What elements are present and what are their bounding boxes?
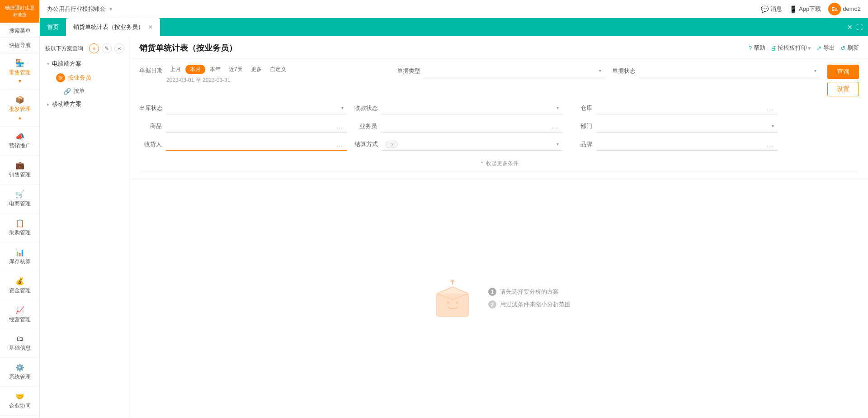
help-btn[interactable]: ? 帮助 bbox=[749, 44, 765, 52]
message-icon: 💬 bbox=[761, 5, 769, 13]
date-custom[interactable]: 自定义 bbox=[266, 65, 290, 74]
by-order-icon: 🔗 bbox=[63, 88, 71, 95]
app-logo: 畅捷通好生意 标准版 bbox=[0, 0, 39, 23]
order-type-input[interactable]: ▾ bbox=[424, 65, 605, 77]
export-icon: ↗ bbox=[816, 45, 821, 52]
collapse-button[interactable]: ⌃ 收起更多条件 bbox=[480, 160, 519, 167]
settlement-tag[interactable]: × bbox=[385, 141, 398, 148]
date-this-year[interactable]: 本年 bbox=[206, 65, 224, 74]
tab-sales-stat[interactable]: 销货单统计表（按业务员） ✕ bbox=[66, 18, 160, 36]
filter-stock-out: 出库状态 ▾ bbox=[139, 102, 347, 114]
sidebar-item-wholesale[interactable]: 📦 批发管理 ▴ bbox=[0, 90, 39, 127]
print-btn[interactable]: 🖨 按模板打印 ▾ bbox=[771, 44, 811, 52]
tree-by-salesperson[interactable]: 按 按业务员 bbox=[43, 71, 126, 85]
setting-button[interactable]: 设置 bbox=[827, 82, 859, 96]
date-7days[interactable]: 近7天 bbox=[225, 65, 246, 74]
tabbar: 首页 销货单统计表（按业务员） ✕ ✕ ⛶ bbox=[40, 18, 868, 36]
left-panel-header: 按以下方案查询 + ✎ « bbox=[40, 42, 130, 57]
department-input[interactable]: ▾ bbox=[596, 120, 778, 133]
app-download-btn[interactable]: 📱 App下载 bbox=[789, 5, 821, 13]
sidebar-item-ecommerce[interactable]: 🛒 电商管理 bbox=[0, 185, 39, 214]
order-status-label: 单据状态 bbox=[612, 67, 636, 75]
date-more[interactable]: 更多 bbox=[247, 65, 265, 74]
settlement-input[interactable]: × ▾ bbox=[382, 138, 562, 151]
salesperson-dots: … bbox=[551, 122, 559, 130]
consignee-label: 收货人 bbox=[139, 140, 162, 148]
sidebar-item-sales[interactable]: 💼 销售管理 bbox=[0, 156, 39, 185]
settlement-label: 结算方式 bbox=[354, 140, 378, 148]
svg-point-2 bbox=[456, 301, 458, 304]
sidebar-quick-nav[interactable]: 快捷导航 bbox=[0, 38, 39, 53]
filter-area: 单据日期 上月 本月 本年 近7天 更多 自定义 2023-03-01 至 20… bbox=[130, 58, 868, 178]
brand-label: 品牌 bbox=[570, 140, 592, 148]
warehouse-label: 仓库 bbox=[570, 104, 592, 112]
salesperson-input[interactable]: … bbox=[381, 120, 562, 133]
close-window-icon[interactable]: ✕ bbox=[847, 24, 853, 31]
salesperson-scheme-icon: 按 bbox=[56, 73, 65, 82]
logo-text: 畅捷通好生意 bbox=[5, 5, 35, 11]
date-label: 单据日期 bbox=[139, 65, 163, 75]
consignee-input[interactable]: … bbox=[165, 138, 347, 151]
expand-window-icon[interactable]: ⛶ bbox=[856, 24, 863, 31]
user-menu[interactable]: Ea demo2 bbox=[828, 3, 861, 15]
warehouse-input[interactable]: … bbox=[596, 102, 778, 114]
sidebar-item-finance[interactable]: 💰 资金管理 bbox=[0, 271, 39, 300]
print-icon: 🖨 bbox=[771, 45, 777, 52]
date-range: 2023-03-01 至 2023-03-31 bbox=[166, 76, 290, 84]
sidebar-item-system[interactable]: ⚙️ 系统管理 bbox=[0, 358, 39, 387]
operation-icon: 📈 bbox=[15, 306, 24, 314]
marketing-icon: 📣 bbox=[15, 132, 24, 141]
date-last-month[interactable]: 上月 bbox=[166, 65, 184, 74]
tree-desktop[interactable]: ▾ 电脑端方案 bbox=[43, 57, 126, 71]
salesperson-label: 业务员 bbox=[354, 122, 377, 130]
order-status-input[interactable]: ▾ bbox=[639, 65, 820, 77]
stock-out-input[interactable]: ▾ bbox=[166, 102, 347, 114]
sidebar-item-newbie[interactable]: 🎯 新手引导 bbox=[0, 416, 39, 418]
receipt-status-input[interactable]: ▾ bbox=[382, 102, 562, 114]
tab-controls: ✕ ⛶ bbox=[842, 24, 868, 31]
filter-row-4: 收货人 … 结算方式 × ▾ bbox=[139, 138, 859, 151]
topbar-dropdown-icon[interactable]: ▾ bbox=[109, 5, 113, 12]
edit-scheme-btn[interactable]: ✎ bbox=[102, 43, 112, 53]
settlement-arrow: ▾ bbox=[557, 142, 559, 147]
order-type-label: 单据类型 bbox=[397, 67, 420, 75]
tab-home[interactable]: 首页 bbox=[40, 18, 66, 36]
export-btn[interactable]: ↗ 导出 bbox=[816, 44, 835, 52]
stock-out-arrow: ▾ bbox=[341, 105, 344, 110]
product-label: 商品 bbox=[139, 122, 162, 130]
sidebar-item-marketing[interactable]: 📣 营销推广 bbox=[0, 127, 39, 156]
refresh-btn[interactable]: ↺ 刷新 bbox=[840, 44, 859, 52]
left-panel: 按以下方案查询 + ✎ « ▾ 电脑端方案 按 按业务员 🔗 bbox=[40, 36, 130, 418]
sidebar-item-basic[interactable]: 🗂 基础信息 bbox=[0, 329, 39, 358]
print-dropdown-icon: ▾ bbox=[808, 45, 811, 52]
filter-settlement: 结算方式 × ▾ bbox=[354, 138, 562, 151]
settlement-tag-close[interactable]: × bbox=[391, 142, 394, 147]
tab-close-icon[interactable]: ✕ bbox=[148, 24, 153, 30]
scheme-tree: ▾ 电脑端方案 按 按业务员 🔗 按单 ▸ 移动端方案 bbox=[40, 57, 130, 111]
filter-row-3: 商品 … 业务员 … 部门 bbox=[139, 120, 859, 133]
message-btn[interactable]: 💬 消息 bbox=[761, 5, 782, 13]
inventory-icon: 📊 bbox=[15, 248, 24, 256]
logo-sub: 标准版 bbox=[13, 12, 27, 18]
sidebar-item-operation[interactable]: 📈 经营管理 bbox=[0, 300, 39, 329]
brand-input[interactable]: … bbox=[596, 138, 778, 151]
order-type-arrow: ▾ bbox=[599, 68, 601, 73]
tree-by-order[interactable]: 🔗 按单 bbox=[43, 85, 126, 97]
add-scheme-btn[interactable]: + bbox=[89, 43, 99, 53]
main-area: 办公用品行业模拟账套 ▾ 💬 消息 📱 App下载 Ea demo2 首页 bbox=[40, 0, 868, 418]
filter-consignee: 收货人 … bbox=[139, 138, 347, 151]
date-this-month[interactable]: 本月 bbox=[185, 65, 205, 74]
tree-mobile[interactable]: ▸ 移动端方案 bbox=[43, 97, 126, 111]
sidebar-item-inventory[interactable]: 📊 库存核算 bbox=[0, 242, 39, 271]
order-status-arrow: ▾ bbox=[814, 68, 816, 73]
collapse-panel-btn[interactable]: « bbox=[114, 43, 124, 53]
query-button[interactable]: 查询 bbox=[827, 65, 859, 79]
content: 按以下方案查询 + ✎ « ▾ 电脑端方案 按 按业务员 🔗 bbox=[40, 36, 868, 418]
sidebar-search[interactable]: 搜索菜单 bbox=[0, 23, 39, 38]
sidebar-item-purchase[interactable]: 📋 采购管理 bbox=[0, 214, 39, 242]
sidebar-item-cooperation[interactable]: 🤝 企业协同 bbox=[0, 387, 39, 416]
chevron-up-icon: ⌃ bbox=[480, 161, 484, 167]
date-btns: 上月 本月 本年 近7天 更多 自定义 bbox=[166, 65, 290, 74]
product-input[interactable]: … bbox=[165, 120, 347, 133]
sidebar-item-retail[interactable]: 🏪 零售管理 ▾ bbox=[0, 53, 39, 90]
